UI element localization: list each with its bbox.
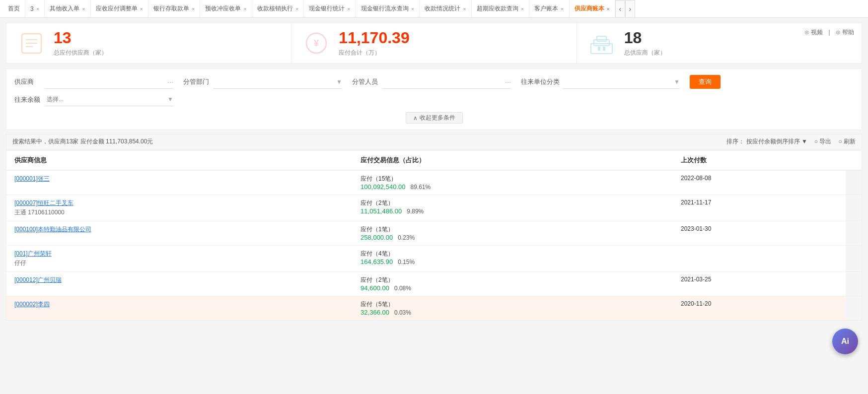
nav-arrow-left[interactable]: ‹	[615, 0, 625, 18]
amount-value: 164,635.90	[361, 258, 393, 265]
supplier-cell: [000012]广州贝瑞	[6, 272, 353, 296]
supplier-link[interactable]: [000007]恒旺二手叉车	[14, 199, 73, 206]
nav-tab-collect[interactable]: 收款核销执行 ×	[252, 0, 304, 18]
person-input[interactable]	[382, 75, 505, 88]
sort-label: 排序：	[726, 137, 744, 146]
dept-filter-label: 分管部门	[183, 77, 211, 86]
export-label: 导出	[819, 138, 831, 145]
filter-row-2: 往来余额 ▼	[14, 93, 854, 106]
payable-suppliers-label: 总应付供应商（家）	[54, 49, 107, 57]
category-chevron-icon[interactable]: ▼	[674, 78, 680, 85]
amount-value: 11,051,486.00	[361, 207, 402, 215]
content-area: 13 总应付供应商（家） ¥ 11,170.39 应付合计（万）	[0, 18, 868, 326]
last-pay-cell: 2021-11-17	[673, 195, 846, 221]
result-bar: 搜索结果中，供应商13家 应付金额 111,703,854.00元 排序： 按应…	[6, 134, 862, 149]
nav-tab-home[interactable]: 首页	[3, 0, 25, 18]
percentage-value: 0.15%	[398, 259, 415, 265]
filter-area: 供应商 ··· 分管部门 ▼ 分管人员 ···	[6, 68, 862, 130]
supplier-link[interactable]: [001]广州荣轩	[14, 250, 52, 257]
nav-tab-supplier-book[interactable]: 供应商账本 ×	[570, 0, 615, 18]
table-row: [000012]广州贝瑞应付（2笔）94,600.000.08%2021-03-…	[6, 272, 862, 296]
close-icon[interactable]: ×	[36, 6, 39, 12]
supplier-link[interactable]: [000100]本特勤油品有限公司	[14, 226, 91, 233]
chevron-up-icon: ∧	[413, 115, 418, 122]
summary-text-total-suppliers: 18 总供应商（家）	[624, 29, 666, 57]
total-suppliers-icon	[587, 30, 617, 57]
close-icon[interactable]: ×	[521, 6, 524, 12]
supplier-input-wrap: ···	[45, 75, 173, 89]
amount-value: 94,600.00	[361, 284, 389, 292]
close-icon[interactable]: ×	[82, 6, 85, 12]
close-icon[interactable]: ×	[411, 6, 414, 12]
close-icon[interactable]: ×	[463, 6, 466, 12]
nav-tab-cash-stat[interactable]: 现金银行统计 ×	[304, 0, 356, 18]
nav-tab-customer-book[interactable]: 客户账本 ×	[529, 0, 569, 18]
nav-tab-supplier-book-label: 供应商账本	[575, 4, 604, 13]
balance-chevron-icon[interactable]: ▼	[167, 96, 173, 103]
close-icon[interactable]: ×	[347, 6, 350, 12]
collapse-button[interactable]: ∧ 收起更多条件	[406, 112, 463, 124]
nav-tab-bank-label: 银行存取款单	[153, 4, 189, 13]
filter-person: 分管人员 ···	[352, 75, 511, 89]
balance-input[interactable]	[45, 93, 167, 106]
nav-tab-cash-stat-label: 现金银行统计	[309, 4, 345, 13]
table-row: [000001]张三应付（15笔）100,092,540.0089.61%202…	[6, 170, 862, 195]
collapse-label: 收起更多条件	[420, 114, 455, 122]
percentage-value: 89.61%	[410, 184, 431, 191]
close-icon[interactable]: ×	[607, 6, 610, 12]
col-supplier-info: 供应商信息	[6, 151, 353, 171]
refresh-button[interactable]: ○ 刷新	[838, 137, 856, 146]
nav-tab-other-income[interactable]: 其他收入单 ×	[45, 0, 90, 18]
close-icon[interactable]: ×	[243, 6, 246, 12]
category-input[interactable]	[563, 75, 674, 88]
nav-tab-prepay[interactable]: 预收冲应收单 ×	[200, 0, 252, 18]
table-row: [000100]本特勤油品有限公司应付（1笔）258,000.000.23%20…	[6, 221, 862, 246]
supplier-input[interactable]	[45, 75, 167, 88]
payable-count-label: 应付（2笔）	[361, 199, 665, 207]
person-input-wrap: ···	[382, 75, 511, 89]
dept-input[interactable]	[214, 75, 336, 88]
person-dots-icon[interactable]: ···	[505, 78, 511, 86]
export-button[interactable]: ○ 导出	[814, 137, 832, 146]
supplier-link[interactable]: [000012]广州贝瑞	[14, 276, 62, 283]
sort-wrap: 排序： 按应付余额倒序排序 ▼	[726, 137, 807, 146]
amount-value: 258,000.00	[361, 234, 393, 241]
nav-arrow-right[interactable]: ›	[625, 0, 635, 18]
close-icon[interactable]: ×	[140, 6, 143, 12]
last-pay-cell: 2020-11-20	[673, 296, 846, 321]
payable-cell: 应付（15笔）100,092,540.0089.61%	[353, 170, 673, 195]
col-last-pay: 上次付数	[673, 151, 846, 171]
sort-value[interactable]: 按应付余额倒序排序 ▼	[746, 137, 807, 146]
scroll-col	[846, 272, 862, 296]
nav-tab-home-label: 首页	[8, 4, 20, 13]
summary-card-total-suppliers: 18 总供应商（家） ⊙ 视频 ｜ ⊙ 帮助	[577, 23, 862, 63]
close-icon[interactable]: ×	[295, 6, 298, 12]
filter-row-1: 供应商 ··· 分管部门 ▼ 分管人员 ···	[14, 75, 854, 89]
category-input-wrap: ▼	[563, 75, 680, 89]
dept-input-wrap: ▼	[214, 75, 342, 89]
nav-tab-overdue[interactable]: 超期应收款查询 ×	[472, 0, 529, 18]
nav-tab-adjustment[interactable]: 应收应付调整单 ×	[91, 0, 148, 18]
supplier-dots-icon[interactable]: ···	[167, 78, 173, 86]
search-button[interactable]: 查询	[690, 75, 721, 89]
nav-tab-cash-flow[interactable]: 现金银行流水查询 ×	[356, 0, 420, 18]
nav-tab-collect-label: 收款核销执行	[257, 4, 293, 13]
nav-tab-payment-stat[interactable]: 收款情况统计 ×	[420, 0, 471, 18]
top-right-links: ⊙ 视频 ｜ ⊙ 帮助	[804, 28, 854, 37]
nav-tab-3[interactable]: 3 ×	[25, 0, 45, 18]
filter-category: 往来单位分类 ▼	[521, 75, 680, 89]
dept-chevron-icon[interactable]: ▼	[336, 78, 342, 85]
supplier-link[interactable]: [000001]张三	[14, 175, 50, 182]
summary-row: 13 总应付供应商（家） ¥ 11,170.39 应付合计（万）	[6, 23, 862, 64]
export-icon: ○	[814, 138, 818, 145]
nav-tab-customer-book-label: 客户账本	[534, 4, 558, 13]
close-icon[interactable]: ×	[192, 6, 195, 12]
close-icon[interactable]: ×	[561, 6, 564, 12]
help-link[interactable]: ⊙ 帮助	[836, 29, 854, 36]
video-link[interactable]: ⊙ 视频	[804, 29, 823, 36]
nav-tab-3-label: 3	[30, 5, 34, 12]
nav-tab-bank[interactable]: 银行存取款单 ×	[148, 0, 200, 18]
person-filter-label: 分管人员	[352, 77, 379, 86]
payable-count-label: 应付（15笔）	[361, 175, 665, 183]
supplier-link[interactable]: [000002]李四	[14, 301, 50, 308]
